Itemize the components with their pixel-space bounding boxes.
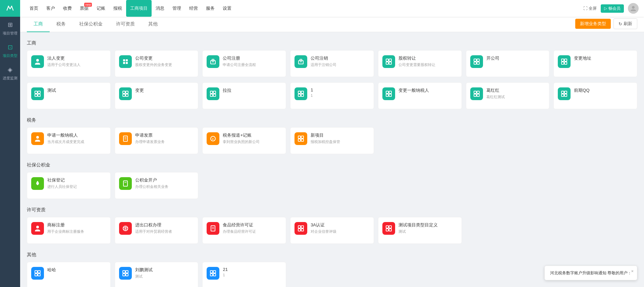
svg-rect-7 (126, 62, 128, 64)
card-icon (294, 55, 307, 68)
svg-rect-37 (213, 94, 216, 96)
sidebar-item-project-type[interactable]: ⊡ 项目类型 (0, 39, 20, 62)
card-icon (119, 87, 132, 100)
svg-rect-83 (38, 274, 40, 276)
svg-rect-82 (35, 274, 37, 276)
svg-rect-24 (561, 62, 564, 64)
nav-settings[interactable]: 设置 (219, 0, 235, 17)
card-gongsi-biangeng[interactable]: 公司变更 股权变更外的业务变更 (115, 50, 199, 77)
card-biangeng-yiban[interactable]: 变更一般纳税人 (378, 82, 462, 109)
card-ceshi[interactable]: 测试 (27, 82, 111, 109)
card-gongjijin-kaihu[interactable]: 公积金开户 办理公积金相关业务 (115, 172, 199, 199)
topnav: 首页 客户 收费 票据 new 记账 报税 工商项目 消息 管理 经营 服务 设… (20, 0, 644, 17)
svg-rect-21 (477, 62, 479, 64)
card-content: 法人变更 适用于公司变更法人 (47, 55, 106, 67)
member-btn[interactable]: ▷ 畅会员 (601, 4, 624, 13)
card-content: 税务报道+记账 拿到营业执照的新公司 (223, 132, 282, 144)
card-icon (207, 267, 219, 280)
card-xin-xiangmu[interactable]: 新项目 报税加税控盘保管 (290, 127, 374, 154)
card-icon (119, 132, 132, 145)
card-ceshi-xiangmu[interactable]: 测试项目类型目定义 测试 (378, 217, 462, 244)
avatar[interactable] (628, 3, 639, 14)
card-content: 变更 (135, 87, 194, 94)
card-shangbiao[interactable]: 商标注册 用于企业商标注册服务 (27, 217, 111, 244)
nav-billing[interactable]: 收费 (59, 0, 76, 17)
fullscreen-btn[interactable]: ⛶ 全屏 (583, 6, 597, 11)
card-shuiwu-baodao[interactable]: ¥ 税务报道+记账 拿到营业执照的新公司 (202, 127, 286, 154)
add-business-type-button[interactable]: 新增业务类型 (575, 19, 611, 29)
nav-manage[interactable]: 管理 (168, 0, 185, 17)
card-icon (294, 222, 307, 235)
card-biangeng[interactable]: 变更 (115, 82, 199, 109)
card-qianqi-qq[interactable]: 前期QQ (553, 82, 637, 109)
card-biangeng-dizhi[interactable]: 变更地址 (553, 50, 637, 77)
tab-shuiwu[interactable]: 税务 (50, 17, 72, 32)
card-content: 变更地址 (574, 55, 633, 62)
refresh-button[interactable]: ↻ 刷新 (613, 18, 637, 29)
card-icon (119, 222, 132, 235)
tab-xuke[interactable]: 许可资质 (109, 17, 142, 32)
tab-gongshang[interactable]: 工商 (27, 17, 50, 32)
nav-operation[interactable]: 经营 (185, 0, 202, 17)
card-shipin-jingying[interactable]: 食品经营许可证 办理食品经营许可证 (202, 217, 286, 244)
card-icon (294, 87, 307, 100)
svg-rect-36 (210, 94, 213, 96)
nav-account[interactable]: 记账 (93, 0, 109, 17)
card-gongsi-zhuce[interactable]: 公司注册 申请公司注册全流程 (202, 50, 286, 77)
card-one[interactable]: 1 1 (290, 82, 374, 109)
card-content: 葛红红 葛红红测试 (486, 87, 545, 99)
card-content: 食品经营许可证 办理食品经营许可证 (223, 222, 282, 234)
card-content: 社保登记 进行人员社保登记 (47, 177, 106, 189)
card-liupeng-ceshi[interactable]: 刘鹏测试 测试 (115, 262, 199, 287)
card-guquan-zhuanrang[interactable]: 股权转让 公司变更需要股权转让 (378, 50, 462, 77)
section-title-shuiwu: 税务 (27, 117, 637, 123)
card-icon (31, 55, 44, 68)
card-shebao-dengji[interactable]: 社保登记 进行人员社保登记 (27, 172, 111, 199)
nav-customer[interactable]: 客户 (42, 0, 59, 17)
card-ge-honghong[interactable]: 葛红红 葛红红测试 (466, 82, 550, 109)
card-lala[interactable]: 拉拉 (202, 82, 286, 109)
card-content: 新项目 报税加税控盘保管 (311, 132, 370, 144)
sidebar-item-progress-monitor[interactable]: ◈ 进度监测 (0, 62, 20, 84)
card-kai-gongsi[interactable]: 开公司 (466, 50, 550, 77)
new-badge: new (84, 3, 92, 7)
card-shenqing-yiban[interactable]: 申请一般纳税人 当月或次月成变更完成 (27, 127, 111, 154)
gongshang-cards-row1: 法人变更 适用于公司变更法人 公司变更 股权变更外的业务变更 (27, 50, 637, 77)
card-jinchukouquan[interactable]: 进出口权办理 适用于对外贸易经营者 (115, 217, 199, 244)
tab-qita[interactable]: 其他 (142, 17, 164, 32)
logo[interactable] (0, 0, 20, 17)
svg-rect-61 (301, 136, 304, 138)
nav-ticket[interactable]: 票据 new (76, 0, 93, 17)
card-content: 测试项目类型目定义 测试 (398, 222, 458, 234)
svg-rect-4 (123, 59, 125, 61)
nav-tax[interactable]: 报税 (109, 0, 126, 17)
card-gongsi-zhuxiao[interactable]: 公司注销 适用于注销公司 (290, 50, 374, 77)
sidebar-item-project-manage[interactable]: ⊞ 项目管理 (0, 17, 20, 39)
nav-home[interactable]: 首页 (25, 0, 42, 17)
card-icon (119, 267, 132, 280)
card-shenqing-fapiao[interactable]: 申请发票 办理申请发票业务 (115, 127, 199, 154)
project-manage-icon: ⊞ (5, 20, 15, 29)
card-content: 进出口权办理 适用于对外贸易经营者 (135, 222, 194, 234)
svg-rect-55 (123, 136, 127, 141)
card-content: 刘鹏测试 测试 (135, 267, 194, 279)
nav-message[interactable]: 消息 (152, 0, 168, 17)
card-icon (382, 87, 395, 100)
svg-rect-5 (126, 59, 128, 61)
card-3a-renzheng[interactable]: 3A认证 对企业信誉评级 (290, 217, 374, 244)
notification-close-button[interactable]: × (631, 269, 634, 274)
content-area: 工商 税务 社保公积金 许可资质 其他 新增业务类型 ↻ 刷新 工商 (20, 17, 644, 287)
svg-rect-23 (565, 59, 567, 61)
card-icon (470, 87, 483, 100)
nav-industry[interactable]: 工商项目 (126, 0, 152, 17)
card-icon (31, 222, 44, 235)
card-twenty-one[interactable]: 21 1 (202, 262, 286, 287)
svg-rect-50 (561, 91, 564, 93)
card-faren-biangeng[interactable]: 法人变更 适用于公司变更法人 (27, 50, 111, 77)
card-haha[interactable]: 哈哈 (27, 262, 111, 287)
nav-service[interactable]: 服务 (202, 0, 219, 17)
tab-shebao[interactable]: 社保公积金 (72, 17, 109, 32)
svg-rect-53 (565, 94, 567, 96)
card-icon (382, 55, 395, 68)
card-content: 哈哈 (47, 267, 106, 274)
